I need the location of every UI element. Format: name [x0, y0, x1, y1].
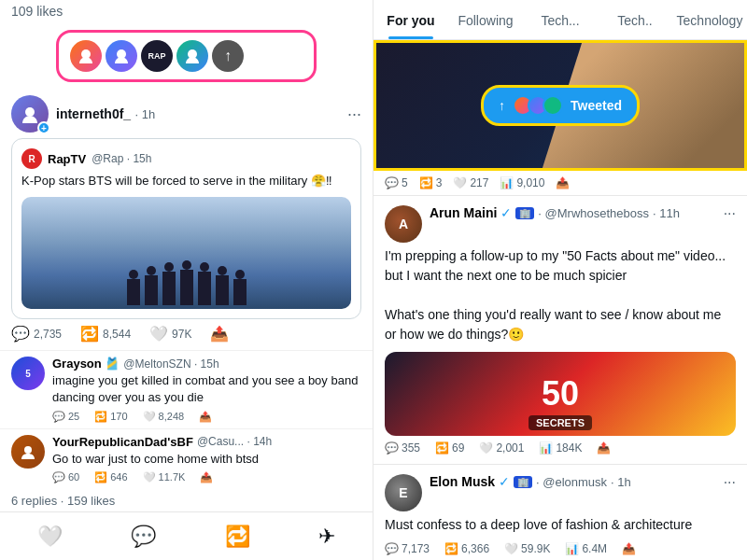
- story-share[interactable]: 📤: [556, 176, 570, 189]
- sub-avatar-2: [11, 435, 45, 469]
- elon-org-icon: 🏢: [514, 476, 532, 488]
- bts-image: [21, 197, 351, 309]
- sub-name-1: Grayson 🎽: [52, 357, 120, 371]
- story-retweets: 🔁 3: [419, 176, 443, 189]
- sub-text-2: Go to war just to come home with btsd: [52, 451, 361, 468]
- elon-text: Must confess to a deep love of fashion &…: [385, 515, 736, 535]
- arun-time: · 11h: [653, 206, 680, 220]
- elon-name: Elon Musk: [430, 474, 495, 489]
- arun-meta: Arun Maini ✓ 🏢 · @Mrwhosetheboss · 11h: [430, 205, 716, 243]
- tweet-options[interactable]: ···: [347, 105, 361, 124]
- arun-rt[interactable]: 🔁 69: [435, 441, 464, 455]
- elon-verified-icon: ✓: [499, 474, 510, 489]
- share-action[interactable]: 📤: [210, 325, 229, 343]
- elon-views: 📊 6.4M: [565, 542, 607, 555]
- replies-likes: 6 replies · 159 likes: [11, 494, 115, 508]
- main-tweet: + interneth0f_ · 1h ··· R RapTV @Rap · 1…: [0, 88, 373, 350]
- left-panel: 109 likes RAP ↑ + interneth0f_ · 1h ···: [0, 0, 374, 560]
- tweet-username: interneth0f_: [56, 106, 131, 121]
- sub-share-2[interactable]: 📤: [200, 471, 213, 483]
- elon-tweet: E Elon Musk ✓ 🏢 · @elonmusk · 1h ··· Mus…: [374, 464, 747, 560]
- upload-story-button[interactable]: ↑: [212, 40, 244, 72]
- tweeted-badge[interactable]: ↑ Tweeted: [481, 85, 640, 126]
- elon-handle: · @elonmusk: [536, 475, 607, 489]
- tweet-time: · 1h: [135, 107, 156, 121]
- sub-avatar-1: 5: [11, 357, 45, 390]
- story-avatar-1[interactable]: [70, 40, 102, 72]
- tab-following[interactable]: Following: [448, 0, 523, 39]
- arun-actions: 💬 355 🔁 69 🤍 2,001 📊 184K 📤: [385, 441, 736, 455]
- sub-like-2[interactable]: 🤍 11.7K: [143, 471, 186, 483]
- fifty-label: 50: [542, 374, 579, 413]
- sub-rt-2[interactable]: 🔁 646: [94, 471, 127, 483]
- main-user-avatar: +: [11, 95, 49, 133]
- tabs-row: For you Following Tech... Tech.. Technol…: [374, 0, 747, 40]
- like-action[interactable]: 🤍 97K: [149, 325, 191, 343]
- arun-avatar: A: [385, 205, 422, 243]
- svg-point-3: [25, 107, 35, 117]
- tab-tech1[interactable]: Tech...: [523, 0, 598, 39]
- elon-options[interactable]: ···: [724, 474, 736, 511]
- elon-rt[interactable]: 🔁 6,366: [444, 542, 489, 555]
- tweeted-av-3: [543, 95, 563, 116]
- sub-tweet-1: 5 Grayson 🎽 @MeltonSZN · 15h imagine you…: [0, 350, 373, 427]
- story-card[interactable]: ↑ Tweeted: [374, 40, 747, 171]
- arun-text: I'm prepping a follow-up to my "50 Facts…: [385, 246, 736, 344]
- comment-icon[interactable]: 💬: [131, 525, 156, 549]
- elon-time: · 1h: [611, 475, 631, 489]
- sub-share-1[interactable]: 📤: [199, 411, 212, 423]
- share-icon[interactable]: ✈: [318, 525, 335, 549]
- arun-name: Arun Maini: [430, 205, 497, 220]
- sub-name-2: YourRepublicanDad'sBF: [52, 435, 193, 449]
- story-row[interactable]: RAP ↑: [56, 30, 317, 82]
- tweeted-label: Tweeted: [571, 98, 622, 113]
- arun-comment[interactable]: 💬 355: [385, 441, 420, 455]
- story-avatar-4[interactable]: [176, 40, 208, 72]
- heart-icon[interactable]: 🤍: [37, 525, 63, 549]
- sub-comment-2[interactable]: 💬 60: [52, 471, 79, 483]
- elon-meta: Elon Musk ✓ 🏢 · @elonmusk · 1h: [430, 474, 716, 511]
- up-arrow-icon: ↑: [499, 98, 505, 113]
- elon-share[interactable]: 📤: [622, 542, 636, 555]
- quoted-name: RapTV: [48, 152, 86, 166]
- sub-comment-1[interactable]: 💬 25: [52, 411, 79, 423]
- right-panel: For you Following Tech... Tech.. Technol…: [374, 0, 747, 560]
- sub-rt-1[interactable]: 🔁 170: [94, 411, 127, 423]
- tab-technology[interactable]: Technology: [672, 0, 747, 39]
- sub-text-1: imagine you get killed in combat and you…: [52, 372, 361, 406]
- comment-action[interactable]: 💬 2,735: [11, 325, 62, 343]
- sub-handle-1: @MeltonSZN · 15h: [123, 357, 218, 371]
- tab-for-you[interactable]: For you: [374, 0, 448, 39]
- story-comments: 💬 5: [385, 176, 408, 189]
- elon-like[interactable]: 🤍 59.9K: [504, 542, 550, 555]
- arun-org-icon: 🏢: [515, 207, 534, 219]
- sub-handle-2: @Casu... · 14h: [197, 435, 272, 448]
- quoted-text: K-Pop stars BTS will be forced to serve …: [21, 173, 351, 189]
- elon-actions: 💬 7,173 🔁 6,366 🤍 59.9K 📊 6.4M 📤: [385, 542, 736, 555]
- arun-media: 50 SECRETS: [385, 352, 736, 436]
- story-avatar-2[interactable]: [106, 40, 137, 72]
- sub-tweet-2: YourRepublicanDad'sBF @Casu... · 14h Go …: [0, 428, 373, 489]
- tweet-actions: 💬 2,735 🔁 8,544 🤍 97K 📤: [11, 325, 361, 343]
- quoted-avatar: R: [21, 148, 42, 169]
- story-views: 📊 9,010: [500, 176, 544, 189]
- arun-tweet: A Arun Maini ✓ 🏢 · @Mrwhosetheboss · 11h…: [374, 195, 747, 464]
- arun-options[interactable]: ···: [724, 205, 736, 243]
- quoted-tweet: R RapTV @Rap · 15h K-Pop stars BTS will …: [11, 138, 361, 319]
- arun-verified-icon: ✓: [500, 205, 512, 220]
- sub-like-1[interactable]: 🤍 8,248: [143, 411, 185, 423]
- arun-views: 📊 184K: [539, 441, 582, 455]
- quoted-handle: @Rap · 15h: [92, 152, 151, 165]
- plus-badge: +: [37, 121, 50, 134]
- story-likes: 🤍 217: [453, 176, 488, 189]
- tab-tech2[interactable]: Tech..: [598, 0, 672, 39]
- retweet-icon[interactable]: 🔁: [225, 525, 250, 549]
- elon-comment[interactable]: 💬 7,173: [385, 542, 430, 555]
- arun-share[interactable]: 📤: [597, 441, 611, 455]
- arun-handle: · @Mrwhosetheboss: [538, 206, 649, 220]
- arun-like[interactable]: 🤍 2,001: [479, 441, 524, 455]
- secrets-label: SECRETS: [529, 415, 592, 430]
- tweet-meta: interneth0f_ · 1h: [56, 105, 340, 122]
- retweet-action[interactable]: 🔁 8,544: [80, 325, 131, 343]
- story-avatar-3[interactable]: RAP: [141, 40, 173, 72]
